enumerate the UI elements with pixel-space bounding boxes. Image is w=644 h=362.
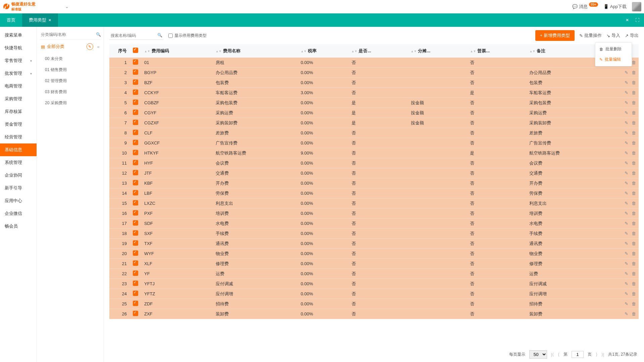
cell-checkbox[interactable] xyxy=(129,98,142,108)
row-checkbox[interactable] xyxy=(133,281,138,286)
sidebar-item[interactable]: 畅会员 xyxy=(0,220,37,233)
messages-button[interactable]: 💬 消息 99+ xyxy=(572,4,598,10)
sidebar-item[interactable]: 批发管理▾ xyxy=(0,67,37,80)
import-button[interactable]: ↘导入 xyxy=(606,33,620,39)
store-selector[interactable]: ⌄ xyxy=(46,4,69,10)
row-checkbox[interactable] xyxy=(133,140,138,145)
edit-icon[interactable]: ✎ xyxy=(625,80,628,85)
cell-checkbox[interactable] xyxy=(129,118,142,128)
cell-checkbox[interactable] xyxy=(129,219,142,229)
col-rate[interactable]: ▲▼税率 xyxy=(298,44,348,58)
tab-费用类型[interactable]: 费用类型✕ xyxy=(22,13,58,27)
edit-icon[interactable]: ✎ xyxy=(625,281,628,286)
export-button[interactable]: ↗导出 xyxy=(625,33,639,39)
search-icon[interactable]: 🔍 xyxy=(96,32,101,37)
table-row[interactable]: 15LXZC利息支出0.00%否否利息支出✎🗑 xyxy=(109,198,639,208)
last-page-icon[interactable]: ⟩| xyxy=(601,352,604,357)
category-item[interactable]: 01 销售费用 xyxy=(45,64,101,75)
table-row[interactable]: 14LBF劳保费0.00%否否劳保费✎🗑 xyxy=(109,188,639,198)
sort-icon[interactable]: ▲▼ xyxy=(529,50,535,52)
row-checkbox[interactable] xyxy=(133,160,138,165)
row-checkbox[interactable] xyxy=(133,79,138,85)
trash-icon[interactable]: 🗑 xyxy=(632,271,636,276)
row-checkbox[interactable] xyxy=(133,150,138,155)
edit-icon[interactable]: ✎ xyxy=(625,311,628,316)
sidebar-item[interactable]: 资金管理 xyxy=(0,118,37,131)
edit-icon[interactable]: ✎ xyxy=(625,201,628,206)
edit-icon[interactable]: ✎ xyxy=(625,221,628,226)
row-checkbox[interactable] xyxy=(133,100,138,105)
page-input[interactable] xyxy=(572,351,584,358)
edit-icon[interactable]: ✎ xyxy=(625,90,628,95)
table-row[interactable]: 26ZXF装卸费0.00%否否装卸费✎🗑 xyxy=(109,309,639,319)
cell-checkbox[interactable] xyxy=(129,58,142,68)
sort-icon[interactable]: ▲▼ xyxy=(144,50,150,52)
sort-icon[interactable]: ▲▼ xyxy=(352,50,358,52)
table-row[interactable]: 17SDF水电费0.00%否否水电费✎🗑 xyxy=(109,219,639,229)
row-checkbox[interactable] xyxy=(133,200,138,205)
table-row[interactable]: 8CLF差旅费0.00%否否差旅费✎🗑 xyxy=(109,128,639,138)
trash-icon[interactable]: 🗑 xyxy=(632,221,636,226)
collapse-panel-icon[interactable]: « xyxy=(97,44,100,49)
cell-checkbox[interactable] xyxy=(129,229,142,239)
table-row[interactable]: 6CGYF采购运费0.00%是按金额否采购运费✎🗑 xyxy=(109,108,639,118)
cell-checkbox[interactable] xyxy=(129,309,142,319)
edit-icon[interactable]: ✎ xyxy=(625,120,628,125)
tab-首页[interactable]: 首页 xyxy=(0,13,22,27)
col-alloc[interactable]: ▲▼分摊... xyxy=(408,44,468,58)
edit-category-icon[interactable]: ✎ xyxy=(87,43,93,50)
table-row[interactable]: 23YFTJ应付调减0.00%否否应付调减✎🗑 xyxy=(109,279,639,289)
edit-icon[interactable]: ✎ xyxy=(625,191,628,196)
col-code[interactable]: ▲▼费用编码 xyxy=(142,44,213,58)
next-page-icon[interactable]: ⟩ xyxy=(596,352,597,357)
sidebar-item[interactable]: 系统管理 xyxy=(0,156,37,169)
show-disabled-checkbox[interactable]: 显示停用费用类型 xyxy=(168,33,207,39)
trash-icon[interactable]: 🗑 xyxy=(632,60,636,65)
table-row[interactable]: 12JTF交通费0.00%否否交通费✎🗑 xyxy=(109,168,639,178)
category-item[interactable]: 03 财务费用 xyxy=(45,86,101,98)
trash-icon[interactable]: 🗑 xyxy=(632,291,636,296)
cell-checkbox[interactable] xyxy=(129,188,142,198)
cell-checkbox[interactable] xyxy=(129,138,142,148)
row-checkbox[interactable] xyxy=(133,110,138,115)
col-ticket[interactable]: ▲▼普票... xyxy=(467,44,527,58)
edit-icon[interactable]: ✎ xyxy=(625,100,628,105)
cell-checkbox[interactable] xyxy=(129,198,142,208)
row-checkbox[interactable] xyxy=(133,291,138,296)
trash-icon[interactable]: 🗑 xyxy=(632,110,636,115)
edit-icon[interactable]: ✎ xyxy=(625,70,628,75)
trash-icon[interactable]: 🗑 xyxy=(632,181,636,186)
table-row[interactable]: 11HYF会议费0.00%否否会议费✎🗑 xyxy=(109,158,639,168)
table-row[interactable]: 7CGZXF采购装卸费0.00%是按金额否采购装卸费✎🗑 xyxy=(109,118,639,128)
table-row[interactable]: 2BGYP办公用品费0.00%否否办公用品费✎🗑 xyxy=(109,68,639,78)
table-row[interactable]: 4CCKYF车船客运费3.00%否是车船客运费✎🗑 xyxy=(109,88,639,98)
row-checkbox[interactable] xyxy=(133,250,138,256)
trash-icon[interactable]: 🗑 xyxy=(632,251,636,256)
cell-checkbox[interactable] xyxy=(129,158,142,168)
row-checkbox[interactable] xyxy=(133,270,138,276)
trash-icon[interactable]: 🗑 xyxy=(632,211,636,216)
cell-checkbox[interactable] xyxy=(129,88,142,98)
trash-icon[interactable]: 🗑 xyxy=(632,130,636,135)
edit-icon[interactable]: ✎ xyxy=(625,171,628,176)
edit-icon[interactable]: ✎ xyxy=(625,271,628,276)
edit-icon[interactable]: ✎ xyxy=(625,130,628,135)
trash-icon[interactable]: 🗑 xyxy=(632,70,636,75)
search-input[interactable] xyxy=(109,32,163,40)
sidebar-item[interactable]: 快捷导航 xyxy=(0,42,37,54)
sidebar-item[interactable]: 电商管理 xyxy=(0,80,37,93)
table-row[interactable]: 21XLF修理费0.00%否否修理费✎🗑 xyxy=(109,259,639,269)
cell-checkbox[interactable] xyxy=(129,279,142,289)
cell-checkbox[interactable] xyxy=(129,249,142,259)
trash-icon[interactable]: 🗑 xyxy=(632,90,636,95)
table-row[interactable]: 16PXF培训费0.00%否否培训费✎🗑 xyxy=(109,208,639,219)
trash-icon[interactable]: 🗑 xyxy=(632,281,636,286)
trash-icon[interactable]: 🗑 xyxy=(632,140,636,145)
sort-icon[interactable]: ▲▼ xyxy=(301,50,307,52)
col-isx[interactable]: ▲▼是否... xyxy=(349,44,408,58)
edit-icon[interactable]: ✎ xyxy=(625,140,628,145)
sidebar-item[interactable]: 应用中心 xyxy=(0,194,37,207)
trash-icon[interactable]: 🗑 xyxy=(632,241,636,246)
header-checkbox[interactable] xyxy=(133,48,138,53)
sidebar-item[interactable]: 企业协同 xyxy=(0,169,37,182)
